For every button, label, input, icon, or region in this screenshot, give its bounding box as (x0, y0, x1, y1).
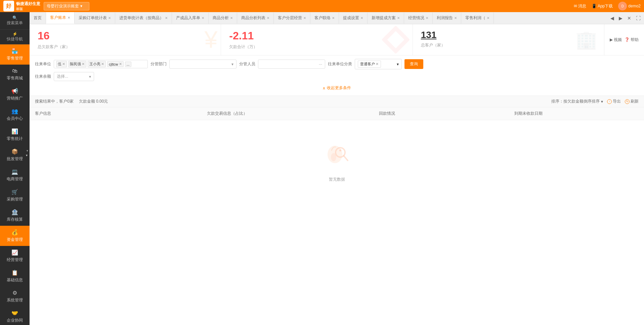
empty-state: 暂无数据 (30, 120, 644, 203)
tab-close-customer-capital[interactable]: ✕ (68, 16, 70, 20)
tab-close-operations[interactable]: ✕ (426, 16, 428, 20)
tab-stock-stats[interactable]: 进货单统计表（按商品） ✕ (115, 12, 172, 24)
member-icon: 👥 (11, 108, 18, 114)
tab-close-purchase-order[interactable]: ✕ (108, 16, 111, 20)
tab-close-product-inbound[interactable]: ✕ (202, 16, 204, 20)
tab-expand-btn[interactable]: ⛶ (634, 14, 643, 22)
sidebar-item-marketing[interactable]: 📢 营销推广 (0, 84, 30, 105)
stat-label-total-customers: 总客户（家） (421, 42, 596, 48)
remove-tag-3[interactable]: ✕ (119, 62, 122, 66)
purchase-icon: 🛒 (11, 189, 18, 195)
filter-unit-tags: 伍 ✕ 陈民强 ✕ 王小亮 ✕ (54, 60, 148, 68)
remove-tag-0[interactable]: ✕ (62, 62, 65, 66)
empty-icon (324, 140, 350, 173)
sidebar-item-wholesale[interactable]: 📦 批发管理 ▾ (0, 145, 30, 165)
export-btn[interactable]: ↑ 导出 (607, 99, 621, 104)
stat-actions: ▶ 视频 ❓ 帮助 (604, 34, 644, 45)
messages-btn[interactable]: ✉ 消息 (574, 3, 586, 9)
stat-overdue-customers: ¥ 16 总欠款客户（家） (30, 24, 221, 55)
tab-purchase-order[interactable]: 采购订单统计表 ✕ (75, 12, 115, 24)
tab-home[interactable]: 首页 (30, 12, 46, 24)
tab-promotion-settings[interactable]: 提成设置 ✕ (339, 12, 368, 24)
account-selector[interactable]: 母婴行业演示账套 ▾ (44, 2, 89, 10)
tab-close-all-btn[interactable]: ✕ (625, 14, 633, 22)
finance-icon: 💰 (11, 229, 18, 236)
tab-customer-capital[interactable]: 客户账本 ✕ (46, 12, 75, 24)
results-bar: 搜索结果中，客户0家 欠款金额 0.00元 排序：按欠款金额倒序排序 ▾ ↑ 导… (30, 96, 644, 107)
tab-retail-profit[interactable]: 零售利润（ ✕ (461, 12, 494, 24)
page-content: ¥ 16 总欠款客户（家） -2.11 欠款合计（万） 🏢 131 总客 (30, 24, 644, 325)
top-bar-right: ✉ 消息 📱 App下载 D demo2 (574, 2, 641, 10)
filter-row-2: 往来余额 选择... ▾ (35, 72, 639, 81)
tab-close-product-analysis[interactable]: ✕ (230, 16, 233, 20)
tab-close-stock-stats[interactable]: ✕ (165, 16, 168, 20)
sidebar-item-system[interactable]: ⚙ 系统管理 (0, 286, 30, 306)
tab-customer-contact[interactable]: 客户联络 ✕ (310, 12, 339, 24)
video-btn[interactable]: ▶ 视频 (610, 37, 622, 43)
svg-point-4 (339, 149, 341, 151)
sidebar-item-enterprise[interactable]: 🤝 企业协同 (0, 306, 30, 325)
svg-point-3 (331, 153, 336, 161)
remove-unit-type[interactable]: ✕ (376, 62, 379, 66)
table-head: 客户信息 欠款交易信息（占比） 回款情况 到期未收款日期 (30, 107, 644, 120)
col-customer-info: 客户信息 (30, 107, 202, 120)
app-download-btn[interactable]: 📱 App下载 (592, 3, 613, 9)
user-avatar[interactable]: D demo2 (618, 2, 641, 10)
sort-dropdown[interactable]: 排序：按欠款金额倒序排序 ▾ (551, 99, 603, 104)
sidebar-item-inventory[interactable]: 🏦 库存核算 (0, 206, 30, 226)
sidebar-item-purchase[interactable]: 🛒 采购管理 (0, 185, 30, 206)
tab-close-promotion-settings[interactable]: ✕ (360, 16, 363, 20)
tab-operations[interactable]: 经营情况 ✕ (404, 12, 433, 24)
filter-tag-more[interactable]: ... (125, 62, 131, 67)
remove-tag-2[interactable]: ✕ (101, 62, 104, 66)
tab-close-product-analysis-list[interactable]: ✕ (267, 16, 269, 20)
tab-product-analysis[interactable]: 商品分析 ✕ (209, 12, 237, 24)
col-payment-status: 回款情况 (374, 107, 509, 120)
tab-product-analysis-list[interactable]: 商品分析列表 ✕ (237, 12, 274, 24)
sidebar-item-retail[interactable]: 🏪 零售管理 (0, 44, 30, 65)
quick-nav[interactable]: ⚡ 快捷导航 (0, 30, 30, 44)
refresh-btn[interactable]: ↻ 刷新 (625, 99, 639, 104)
collapse-up-icon: ∧ (323, 86, 326, 91)
help-btn[interactable]: ❓ 帮助 (625, 37, 639, 43)
tab-close-customer-contact[interactable]: ✕ (332, 16, 335, 20)
sidebar-item-retail-stats[interactable]: 📊 零售统计 (0, 125, 30, 145)
main-area: 🔍 搜索菜单 ⚡ 快捷导航 🏪 零售管理 🛍 零售商城 📢 营销推广 👥 (0, 12, 644, 325)
retail-icon: 🏪 (11, 48, 18, 54)
sidebar-item-member[interactable]: 👥 会员中心 (0, 105, 30, 125)
tab-bar-actions: ◀ ▶ ✕ ⛶ (607, 14, 644, 22)
sidebar-search[interactable]: 🔍 搜索菜单 (0, 12, 30, 30)
remove-tag-1[interactable]: ✕ (82, 62, 85, 66)
sidebar-item-basic-info[interactable]: 📋 基础信息 (0, 266, 30, 286)
filter-person-input[interactable]: ··· (258, 60, 325, 69)
sidebar-item-operations[interactable]: 📈 经营管理 (0, 246, 30, 266)
results-summary: 搜索结果中，客户0家 欠款金额 0.00元 (35, 99, 108, 104)
filter-dept-input[interactable]: ▾ (169, 60, 237, 69)
query-button[interactable]: 查询 (404, 59, 423, 69)
sidebar-item-retail-mall[interactable]: 🛍 零售商城 (0, 65, 30, 84)
content-area: 首页 客户账本 ✕ 采购订单统计表 ✕ 进货单统计表（按商品） ✕ 产成品入库单… (30, 12, 644, 325)
collapse-button[interactable]: ∧ 收起更多条件 (320, 84, 354, 92)
filter-tag-0: 伍 ✕ (56, 61, 67, 67)
tab-new-achievement[interactable]: 新增提成方案 ✕ (368, 12, 404, 24)
tab-close-profit-report[interactable]: ✕ (454, 16, 457, 20)
tab-close-retail-profit[interactable]: ✕ (487, 16, 489, 20)
tab-next-btn[interactable]: ▶ (617, 14, 625, 22)
filter-amount-label: 往来余额 (35, 74, 51, 79)
filter-amount-input[interactable]: 选择... ▾ (54, 72, 94, 81)
enterprise-icon: 🤝 (11, 310, 18, 316)
stat-label-overdue-customers: 总欠款客户（家） (38, 44, 213, 50)
sidebar-item-finance[interactable]: 💰 资金管理 (0, 226, 30, 246)
stat-bg-icon-1: ¥ (204, 26, 217, 53)
sidebar-item-ecommerce[interactable]: 💻 电商管理 (0, 165, 30, 185)
filter-tag-2: 王小亮 ✕ (88, 61, 106, 67)
filter-row-1: 往来单位 伍 ✕ 陈民强 ✕ 王小亮 (35, 59, 639, 69)
tab-close-customer-tier[interactable]: ✕ (303, 16, 306, 20)
tab-profit-report[interactable]: 利润报告 ✕ (433, 12, 461, 24)
tab-product-inbound[interactable]: 产成品入库单 ✕ (172, 12, 209, 24)
stat-label-overdue-amount: 欠款合计（万） (229, 44, 404, 50)
tab-customer-tier[interactable]: 客户分层经营 ✕ (274, 12, 310, 24)
tab-prev-btn[interactable]: ◀ (608, 14, 616, 22)
filter-bar: 往来单位 伍 ✕ 陈民强 ✕ 王小亮 (30, 56, 644, 96)
tab-close-new-achievement[interactable]: ✕ (397, 16, 400, 20)
